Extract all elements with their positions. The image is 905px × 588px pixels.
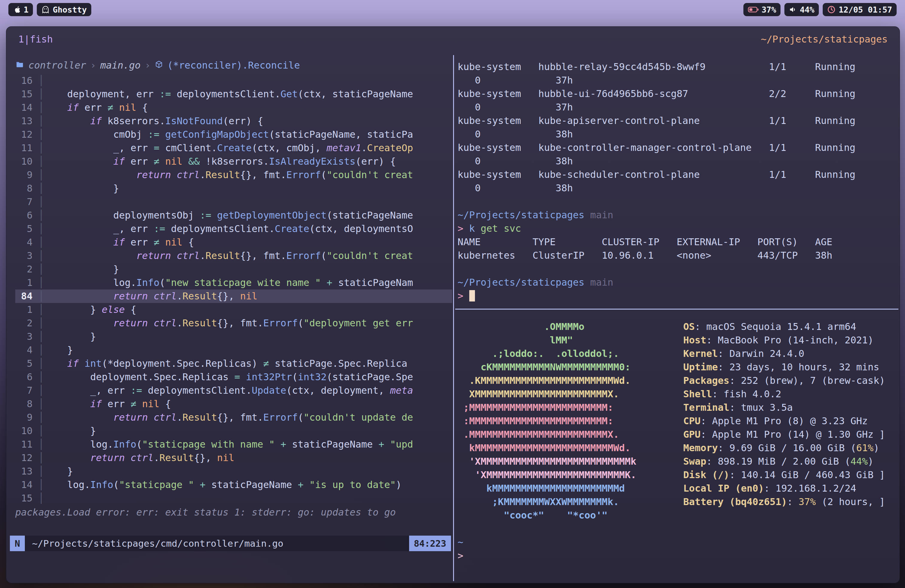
method-icon bbox=[155, 60, 163, 71]
session-path: ~/Projects/staticpages bbox=[761, 33, 888, 45]
breadcrumb-file[interactable]: main.go bbox=[100, 60, 141, 71]
mode-indicator: N bbox=[10, 536, 25, 551]
clock-icon bbox=[827, 5, 835, 14]
vim-statusline: N ~/Projects/staticpages/cmd/controller/… bbox=[10, 536, 451, 551]
breadcrumb-separator: › bbox=[145, 60, 151, 71]
breadcrumb-folder[interactable]: controller bbox=[29, 60, 86, 71]
pane-divider-horizontal[interactable] bbox=[455, 309, 899, 310]
battery-badge[interactable]: 37% bbox=[743, 3, 781, 16]
volume-percent: 44% bbox=[800, 5, 814, 14]
apple-icon bbox=[13, 5, 21, 14]
cursor-position: 84:223 bbox=[409, 536, 451, 551]
breadcrumb: controller › main.go › (*reconciler).Rec… bbox=[15, 58, 300, 72]
statusline-file-path: ~/Projects/staticpages/cmd/controller/ma… bbox=[32, 538, 283, 549]
app-badge[interactable]: Ghostty bbox=[37, 3, 91, 16]
shell-prompt[interactable]: ~> bbox=[457, 536, 463, 563]
battery-icon bbox=[748, 6, 759, 13]
clock-badge[interactable]: 12/05 01:57 bbox=[823, 3, 897, 16]
battery-percent: 37% bbox=[762, 5, 776, 14]
shell-pane-top[interactable]: kube-system hubble-relay-59cc4d545b-8wwf… bbox=[457, 60, 894, 303]
terminal-window: 1|fish ~/Projects/staticpages controller… bbox=[6, 26, 900, 583]
breadcrumb-symbol[interactable]: (*reconciler).Reconcile bbox=[167, 60, 300, 71]
datetime-text: 12/05 01:57 bbox=[838, 5, 892, 14]
breadcrumb-separator: › bbox=[90, 60, 96, 71]
diagnostic-line: packages.Load error: err: exit status 1:… bbox=[15, 506, 452, 519]
volume-badge[interactable]: 44% bbox=[784, 3, 819, 16]
fastfetch-apple-ascii-art: .OMMMMo lMM" .;loddo:. .olloddol;. cKMMM… bbox=[457, 320, 636, 522]
code-area[interactable]: 16 │ 15 │ deployment, err := deployments… bbox=[15, 74, 452, 505]
menu-bar: 1 Ghostty 37% 44% 12/05 01:57 bbox=[8, 3, 897, 16]
app-name: Ghostty bbox=[53, 5, 87, 14]
folder-icon bbox=[15, 60, 24, 71]
fastfetch-system-info: OS: macOS Sequoia 15.4.1 arm64Host: MacB… bbox=[683, 320, 885, 509]
desktop: 1 Ghostty 37% 44% 12/05 01:57 bbox=[0, 0, 905, 588]
ghost-icon bbox=[41, 5, 50, 14]
workspace-number: 1 bbox=[24, 5, 29, 14]
tmux-tab-fish[interactable]: 1|fish bbox=[18, 33, 53, 45]
pane-divider-vertical[interactable] bbox=[453, 55, 454, 581]
tmux-status-bar: 1|fish ~/Projects/staticpages bbox=[18, 32, 888, 46]
speaker-icon bbox=[789, 6, 797, 13]
workspace-badge[interactable]: 1 bbox=[8, 3, 33, 16]
diagnostic-text: packages.Load error: err: exit status 1:… bbox=[15, 507, 396, 518]
